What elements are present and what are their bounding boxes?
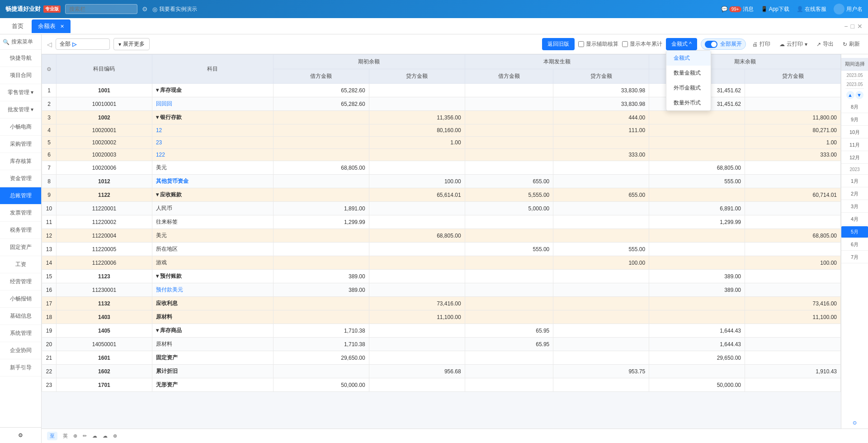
sidebar-item-project[interactable]: 项目合同: [0, 67, 41, 84]
dropdown-item-foreign-amount[interactable]: 外币金额式: [666, 81, 711, 95]
closing-credit-header: 贷方金额: [745, 69, 841, 84]
sidebar-item-system[interactable]: 系统管理: [0, 325, 41, 342]
cloud-print-btn[interactable]: ☁云打印▾: [777, 38, 810, 50]
amount-cell: [273, 111, 369, 124]
close-btn[interactable]: ✕: [857, 23, 863, 30]
amount-cell: [553, 310, 649, 324]
account-name-cell[interactable]: 122: [152, 149, 273, 161]
amount-cell: 1,644.43: [649, 324, 745, 338]
sidebar-item-expense[interactable]: 小畅报销: [0, 291, 41, 308]
tab-balance-sheet[interactable]: 余额表 ✕: [32, 19, 71, 33]
sidebar-item-purchase[interactable]: 采购管理: [0, 136, 41, 153]
account-name-cell[interactable]: 回回回: [152, 97, 273, 111]
sidebar-item-quick-nav[interactable]: 快捷导航: [0, 50, 41, 67]
sidebar-item-tax[interactable]: 税务管理: [0, 222, 41, 239]
month-11[interactable]: 11月: [841, 139, 868, 151]
expand-more-btn[interactable]: ▾ 展开更多: [113, 38, 150, 50]
maximize-btn[interactable]: □: [851, 23, 854, 30]
sidebar-item-invoice[interactable]: 发票管理: [0, 205, 41, 222]
amount-cell: [465, 215, 553, 229]
month-9[interactable]: 9月: [841, 114, 868, 126]
print-btn[interactable]: 🖨打印: [750, 38, 773, 50]
bottom-bar-edit[interactable]: ✏: [83, 433, 87, 439]
dropdown-item-qty-foreign[interactable]: 数量外币式: [666, 95, 711, 110]
amount-cell: [465, 270, 553, 283]
expand-all-toggle[interactable]: 全部展开: [701, 38, 746, 50]
balance-table: ⚙ 科目编码 科目 期初余额 本期发生额 期末余额 借方金额 贷方金额 借方金额: [42, 54, 841, 392]
sidebar-item-ecommerce[interactable]: 小畅电商: [0, 119, 41, 136]
month-3[interactable]: 3月: [841, 201, 868, 213]
sidebar-item-retail[interactable]: 零售管理 ▾: [0, 84, 41, 101]
minimize-btn[interactable]: −: [844, 23, 848, 30]
account-code-cell: 1403: [57, 310, 152, 324]
month-12[interactable]: 12月: [841, 152, 868, 164]
export-btn[interactable]: ↗导出: [814, 38, 836, 50]
next-period-btn[interactable]: ▼: [855, 91, 863, 99]
sidebar-item-basic-info[interactable]: 基础信息: [0, 308, 41, 325]
month-5[interactable]: 5月: [841, 226, 868, 238]
show-year-cumulative-checkbox[interactable]: 显示本年累计: [622, 40, 662, 48]
month-8[interactable]: 8月: [841, 101, 868, 113]
amount-mode-btn[interactable]: 金额式 ^: [666, 38, 697, 50]
sidebar-item-funds[interactable]: 资金管理: [0, 170, 41, 187]
sidebar-item-inventory[interactable]: 库存核算: [0, 153, 41, 170]
show-assist-checkbox[interactable]: 显示辅助核算: [578, 40, 618, 48]
app-logo: 畅捷通好业财 专业版: [5, 5, 61, 13]
message-btn[interactable]: 💬 99+ 消息: [721, 5, 754, 13]
sidebar-item-operations[interactable]: 经营管理: [0, 273, 41, 291]
sidebar-search[interactable]: 🔍 搜索菜单: [0, 34, 41, 50]
amount-cell: [553, 175, 649, 188]
month-4[interactable]: 4月: [841, 214, 868, 225]
amount-cell: [649, 243, 745, 256]
month-1[interactable]: 1月: [841, 176, 868, 187]
bottom-bar-cloud1[interactable]: ☁: [92, 433, 97, 439]
tab-close-btn[interactable]: ✕: [60, 24, 64, 29]
app-download-btn[interactable]: 📱 App下载: [761, 5, 789, 13]
return-old-version-btn[interactable]: 返回旧版: [542, 38, 575, 50]
amount-cell: [465, 229, 553, 243]
account-name-cell[interactable]: 其他货币资金: [152, 175, 273, 188]
bottom-bar-help[interactable]: ⊕: [113, 433, 117, 439]
sidebar-item-wholesale[interactable]: 批发管理 ▾: [0, 101, 41, 119]
amount-cell: 68,805.00: [745, 229, 841, 243]
app-name: 畅捷通好业财: [5, 5, 41, 13]
sidebar-settings[interactable]: ⚙: [0, 427, 41, 443]
account-name-cell[interactable]: 预付款美元: [152, 283, 273, 297]
tab-home[interactable]: 首页: [5, 19, 30, 33]
month-7[interactable]: 7月: [841, 252, 868, 263]
sidebar-item-collaboration[interactable]: 企业协同: [0, 342, 41, 359]
amount-cell: [369, 215, 465, 229]
top-search-input[interactable]: [65, 4, 137, 14]
amount-mode-dropdown[interactable]: 金额式 ^ 金额式 数量金额式 外币金额式 数量外币式: [666, 38, 697, 50]
prev-period-btn[interactable]: ▲: [846, 91, 854, 99]
refresh-btn[interactable]: ↻刷新: [840, 38, 863, 50]
account-name-cell[interactable]: 12: [152, 124, 273, 137]
dropdown-item-qty-amount[interactable]: 数量金额式: [666, 66, 711, 81]
month-2[interactable]: 2月: [841, 188, 868, 200]
month-10[interactable]: 10月: [841, 127, 868, 138]
table-settings-icon[interactable]: ⚙: [47, 66, 52, 72]
amount-cell: [273, 243, 369, 256]
bottom-bar-lang[interactable]: 英: [63, 433, 68, 439]
amount-cell: [465, 365, 553, 378]
amount-cell: [553, 137, 649, 149]
sidebar-item-guide[interactable]: 新手引导: [0, 359, 41, 376]
amount-cell: [745, 270, 841, 283]
month-6[interactable]: 6月: [841, 239, 868, 251]
sidebar-item-payroll[interactable]: 工资: [0, 256, 41, 273]
user-avatar-area[interactable]: 用户名: [834, 4, 863, 14]
sidebar-item-general-ledger[interactable]: 总账管理: [0, 187, 41, 205]
collapse-right-panel-btn[interactable]: ⊙: [850, 417, 859, 429]
row-num: 13: [42, 243, 57, 256]
bottom-bar-add[interactable]: ⊕: [73, 433, 77, 439]
bottom-bar-icon1[interactable]: 至: [47, 432, 57, 440]
settings-icon-top[interactable]: ⚙: [142, 5, 148, 13]
bottom-bar-cloud2[interactable]: ☁: [103, 433, 108, 439]
filter-box[interactable]: 全部 ▷: [56, 38, 110, 50]
back-icon[interactable]: ◁: [47, 41, 52, 48]
demo-link[interactable]: ◎ 我要看实例演示: [152, 5, 197, 13]
account-name-cell[interactable]: 23: [152, 137, 273, 149]
dropdown-item-amount[interactable]: 金额式: [666, 51, 711, 66]
online-service-btn[interactable]: 👤 在线客服: [797, 5, 826, 13]
sidebar-item-assets[interactable]: 固定资产: [0, 239, 41, 256]
